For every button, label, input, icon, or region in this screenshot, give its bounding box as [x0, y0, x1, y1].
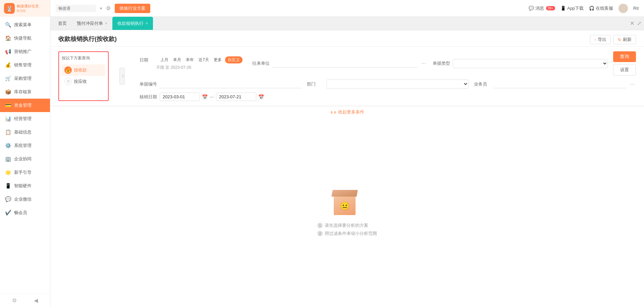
topbar-right: 💬 消息 99+ 📱 App下载 🎧 在线客服 Rit	[529, 4, 639, 13]
tab-home[interactable]: 首页	[53, 17, 72, 30]
chevron-down-icon[interactable]: ▾	[100, 6, 102, 11]
sidebar-item-search[interactable]: 🔍 搜索菜单	[0, 18, 50, 32]
sidebar-item-guide[interactable]: 🌟 新手引导	[0, 166, 50, 179]
main-area: ▾ ⚙ 体验行业方案 💬 消息 99+ 📱 App下载 🎧 在线客服 Rit 首…	[50, 0, 644, 307]
inventory-icon: 📦	[5, 89, 11, 95]
filter-form: 日期 上月 本月 本年 近7天 更多 自定义 不限 至 2023-0	[131, 51, 636, 101]
tab-prepay-close[interactable]: ×	[105, 21, 107, 26]
sidebar-item-wechat[interactable]: 💬 企业微信	[0, 193, 50, 206]
close-tab-btn[interactable]: ✕	[630, 20, 634, 27]
empty-text-list: 1 请先选择要分析的方案 2 用过滤条件来缩小分析范围	[317, 222, 377, 237]
app-download-btn[interactable]: 📱 App下载	[560, 5, 584, 11]
topbar: ▾ ⚙ 体验行业方案 💬 消息 99+ 📱 App下载 🎧 在线客服 Rit	[50, 0, 644, 17]
dept-field: 部门	[307, 80, 469, 89]
filter-actions: 查询 设置	[613, 51, 636, 75]
export-icon: ↑	[594, 37, 597, 42]
msg-btn[interactable]: 💬 消息 99+	[529, 5, 555, 11]
staff-input[interactable]	[493, 80, 626, 88]
shortcut-7days[interactable]: 近7天	[197, 56, 210, 63]
staff-dots[interactable]: ···	[629, 81, 636, 87]
tab-receive-close[interactable]: ×	[146, 21, 148, 26]
hardware-icon: 📱	[5, 183, 11, 189]
home-icon: 🏠	[5, 35, 11, 42]
counterparty-field: 往来单位 ···	[252, 59, 427, 67]
tabbar-actions: ✕ ⤢	[630, 20, 641, 27]
finance-icon: 💳	[5, 102, 11, 109]
logo-text: 畅捷通好生意 标准版	[17, 4, 39, 13]
export-btn[interactable]: ↑ 导出	[590, 35, 611, 44]
sidebar-item-marketing[interactable]: 📢 营销推广	[0, 45, 50, 58]
industry-btn[interactable]: 体验行业方案	[115, 4, 150, 13]
verify-date-start-input[interactable]	[160, 93, 200, 101]
member-icon: ✔️	[5, 209, 11, 216]
counterparty-dots[interactable]: ···	[420, 60, 427, 66]
app-icon: 📱	[560, 6, 566, 11]
expand-btn[interactable]: ⤢	[637, 20, 641, 27]
sidebar-item-member[interactable]: ✔️ 畅会员	[0, 206, 50, 219]
sidebar-item-basic[interactable]: 📋 基础信息	[0, 125, 50, 139]
sidebar-item-enterprise[interactable]: 🏢 企业协同	[0, 152, 50, 166]
refresh-icon: ↻	[618, 37, 622, 42]
cal-start-icon[interactable]: 📅	[202, 94, 208, 100]
collapse-more-btn[interactable]: ∧∧ 收起更多条件	[330, 109, 364, 115]
dept-select[interactable]	[326, 80, 469, 89]
collapse-up-icon: ∧∧	[330, 110, 337, 115]
empty-illustration: 😐	[330, 188, 364, 218]
filter-scheme-panel: 按以下方案查询 💰 按收款 ⏱ 按应收	[58, 51, 109, 101]
brand-input[interactable]	[56, 5, 96, 12]
sidebar-item-hardware[interactable]: 📱 智能硬件	[0, 179, 50, 193]
tab-receive[interactable]: 收款核销执行 ×	[112, 17, 153, 30]
sidebar-item-sales[interactable]: 💰 销售管理	[0, 58, 50, 72]
receivable-option-icon: ⏱	[64, 78, 72, 85]
verify-date-end-input[interactable]	[216, 93, 256, 101]
filter-row-1: 日期 上月 本月 本年 近7天 更多 自定义 不限 至 2023-0	[140, 51, 636, 75]
date-shortcuts: 上月 本月 本年 近7天 更多 自定义	[159, 56, 243, 63]
cal-end-icon[interactable]: 📅	[258, 94, 264, 100]
sidebar-item-purchase[interactable]: 🛒 采购管理	[0, 72, 50, 85]
filter-collapse-toggle[interactable]: 《	[119, 51, 125, 101]
settings-bottom-icon[interactable]: ⚙	[12, 297, 17, 304]
shortcut-last-month[interactable]: 上月	[159, 56, 170, 63]
shortcut-custom[interactable]: 自定义	[225, 56, 243, 63]
gear-icon[interactable]: ⚙	[106, 5, 111, 11]
avatar	[619, 4, 628, 13]
sidebar-item-finance[interactable]: 💳 资金管理	[0, 99, 50, 112]
sidebar-item-operation[interactable]: 📊 经营管理	[0, 112, 50, 125]
enterprise-icon: 🏢	[5, 156, 11, 162]
doc-number-field: 单据编号	[140, 80, 302, 88]
settings-btn[interactable]: 设置	[613, 64, 636, 75]
sidebar-item-inventory[interactable]: 📦 库存核算	[0, 85, 50, 99]
shortcut-this-month[interactable]: 本月	[172, 56, 182, 63]
doc-number-input[interactable]	[160, 80, 302, 88]
sidebar-bottom: ⚙ ◀	[0, 294, 50, 307]
page-title: 收款核销执行(按收款)	[58, 35, 636, 43]
empty-hint-2: 2 用过滤条件来缩小分析范围	[317, 231, 377, 237]
filter-row-2: 单据编号 部门 业务员 ···	[140, 80, 636, 89]
filter-option-receipt[interactable]: 💰 按收款	[62, 64, 105, 76]
empty-state: 😐 1 请先选择要分析的方案 2 用过滤条件来缩小分析范围	[50, 118, 644, 307]
shortcut-this-year[interactable]: 本年	[184, 56, 195, 63]
sales-icon: 💰	[5, 62, 11, 68]
sidebar-item-system[interactable]: ⚙️ 系统管理	[0, 139, 50, 152]
filter-option-receivable[interactable]: ⏱ 按应收	[62, 76, 105, 87]
tab-prepay[interactable]: 预付冲应付单 ×	[72, 17, 112, 30]
filter-row-3: 核销日期 📅 — 📅	[140, 93, 636, 101]
refresh-btn[interactable]: ↻ 刷新	[613, 35, 636, 44]
doc-type-select[interactable]	[453, 59, 608, 68]
content-area: 收款核销执行(按收款) ↑ 导出 ↻ 刷新 按以下方案查询 💰 按收款	[50, 30, 644, 307]
operation-icon: 📊	[5, 115, 11, 122]
wechat-icon: 💬	[5, 196, 11, 203]
verify-date-field: 核销日期 📅 — 📅	[140, 93, 264, 101]
query-btn[interactable]: 查询	[613, 51, 636, 62]
sidebar-item-quicknav[interactable]: 🏠 快捷导航	[0, 32, 50, 45]
counterparty-input[interactable]	[272, 59, 418, 67]
collapse-icon[interactable]: 《	[119, 68, 125, 85]
online-service-btn[interactable]: 🎧 在线客服	[589, 5, 613, 11]
collapse-sidebar-icon[interactable]: ◀	[34, 297, 38, 304]
receipt-option-icon: 💰	[64, 66, 72, 74]
doc-type-field: 单据类型	[433, 59, 608, 68]
shortcut-more[interactable]: 更多	[212, 56, 223, 63]
verify-date-range: 📅 — 📅	[160, 93, 264, 101]
sidebar: 🐰 畅捷通好生意 标准版 🔍 搜索菜单 🏠 快捷导航 📢 营销推广 💰 销售管理…	[0, 0, 50, 307]
service-icon: 🎧	[589, 6, 594, 11]
